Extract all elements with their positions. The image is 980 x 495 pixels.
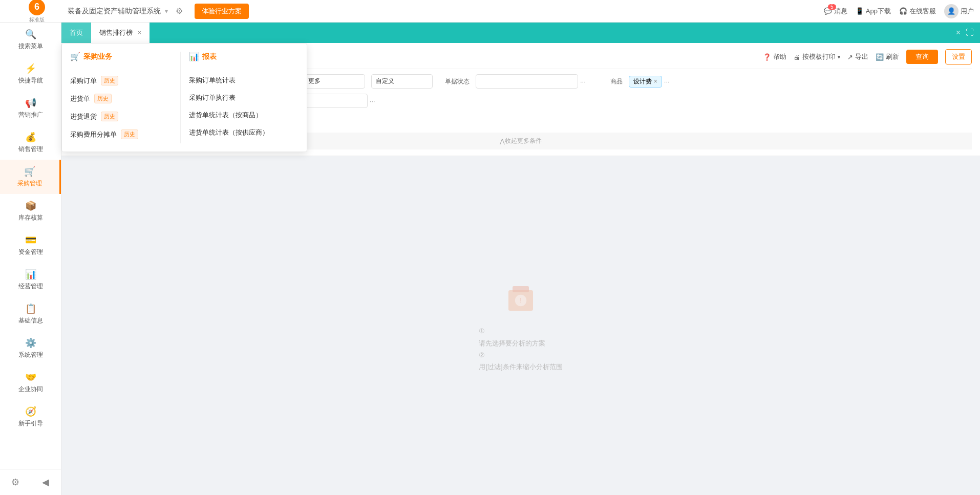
- top-right-area: 💬 5 消息 📱 App下载 🎧 在线客服 👤 用户: [824, 4, 974, 18]
- system-title-text: 装备及固定资产辅助管理系统: [68, 7, 161, 16]
- inbound-stats-supplier-label: 进货单统计表（按供应商）: [189, 128, 269, 137]
- sidebar-settings-btn[interactable]: ⚙: [0, 474, 31, 491]
- dropdown-arrow-icon[interactable]: ▾: [165, 8, 168, 15]
- dropdown-item-purchase-order-exec[interactable]: 采购订单执行表: [189, 89, 299, 106]
- export-button[interactable]: ↗ 导出: [847, 52, 868, 61]
- app-download-item[interactable]: 📱 App下载: [856, 7, 891, 16]
- sidebar-label-marketing: 营销推广: [18, 111, 43, 119]
- sidebar-item-basic[interactable]: 📋 基础信息: [0, 297, 61, 331]
- sidebar-item-search[interactable]: 🔍 搜索菜单: [0, 23, 61, 57]
- tab-sales-rank[interactable]: 销售排行榜 ×: [91, 23, 150, 43]
- sidebar-item-marketing[interactable]: 📢 营销推广: [0, 91, 61, 125]
- system-settings-icon[interactable]: ⚙: [172, 4, 186, 18]
- sidebar-label-operation: 经营管理: [18, 282, 43, 291]
- sidebar-item-operation[interactable]: 📊 经营管理: [0, 263, 61, 297]
- dropdown-item-purchase-order-stats[interactable]: 采购订单统计表: [189, 72, 299, 89]
- inbound-stats-goods-label: 进货单统计表（按商品）: [189, 111, 262, 120]
- online-service-item[interactable]: 🎧 在线客服: [899, 7, 936, 16]
- online-service-label: 在线客服: [909, 7, 936, 16]
- purchase-order-label: 采购订单: [70, 76, 97, 85]
- industry-button[interactable]: 体验行业方案: [195, 4, 249, 19]
- purchase-order-exec-label: 采购订单执行表: [189, 93, 236, 102]
- tab-close-icon[interactable]: ×: [138, 29, 141, 36]
- status-input[interactable]: [476, 74, 578, 89]
- sidebar-label-sales: 销售管理: [18, 145, 43, 154]
- date-more[interactable]: 更多: [304, 74, 365, 89]
- help-button[interactable]: ❓ 帮助: [763, 52, 786, 61]
- date-custom[interactable]: 自定义: [371, 74, 433, 89]
- sidebar-label-inventory: 库存核算: [18, 213, 43, 222]
- goods-tag-close[interactable]: ×: [654, 78, 657, 85]
- empty-tip-1: ① 请先选择要分析的方案: [479, 325, 562, 349]
- template-print-label: 按模板打印: [802, 52, 836, 61]
- expense-label: 采购费用分摊单: [70, 130, 117, 139]
- sidebar-item-quick[interactable]: ⚡ 快捷导航: [0, 57, 61, 91]
- sidebar-item-sales[interactable]: 💰 销售管理: [0, 125, 61, 160]
- logo-area: 6 标准版: [6, 0, 68, 24]
- goods-wrapper: 设计费 × ···: [629, 76, 670, 88]
- search-button[interactable]: 查询: [906, 50, 938, 64]
- dropdown-item-return[interactable]: 进货退货 历史: [70, 107, 180, 125]
- money-icon: 💰: [25, 132, 36, 143]
- tab-sales-rank-label: 销售排行榜: [99, 28, 133, 37]
- user-item[interactable]: 👤 用户: [944, 4, 974, 18]
- sidebar-label-basic: 基础信息: [18, 316, 43, 325]
- help-label: 帮助: [773, 52, 786, 61]
- cart-icon: 🛒: [24, 166, 35, 177]
- sidebar-label-purchase: 采购管理: [17, 179, 42, 188]
- empty-tips: ① 请先选择要分析的方案 ② 用[过滤]条件来缩小分析范围: [479, 325, 562, 373]
- tab-fullscreen-icon[interactable]: ⛶: [966, 28, 974, 37]
- dropdown-item-purchase-order[interactable]: 采购订单 历史: [70, 72, 180, 90]
- gear-icon: ⚙️: [25, 337, 36, 349]
- megaphone-icon: 📢: [25, 97, 36, 109]
- help-icon: ❓: [763, 53, 771, 61]
- sidebar-label-enterprise: 企业协同: [18, 385, 43, 394]
- dropdown-col2-title: 📊 报表: [189, 52, 299, 66]
- tab-home[interactable]: 首页: [61, 23, 91, 43]
- sidebar-item-finance[interactable]: 💳 资金管理: [0, 228, 61, 263]
- svg-text:!: !: [520, 296, 522, 304]
- app-download-label: App下载: [866, 7, 891, 16]
- tab-close-all-icon[interactable]: ×: [956, 28, 961, 37]
- status-select-wrapper: ···: [476, 74, 586, 89]
- system-title-area: 装备及固定资产辅助管理系统 ▾ ⚙ 体验行业方案: [68, 4, 824, 19]
- status-label: 单据状态: [439, 77, 470, 86]
- sidebar-collapse-btn[interactable]: ◀: [31, 474, 61, 491]
- purchase-order-stats-label: 采购订单统计表: [189, 76, 236, 85]
- purchase-col-icon: 🛒: [70, 52, 80, 61]
- dropdown-item-expense[interactable]: 采购费用分摊单 历史: [70, 125, 180, 143]
- tabs-bar: 首页 销售排行榜 × × ⛶: [61, 23, 980, 43]
- lightning-icon: ⚡: [25, 63, 36, 74]
- message-icon-wrapper: 💬 5: [824, 7, 832, 15]
- sidebar-label-search: 搜索菜单: [18, 42, 43, 51]
- empty-state: ! ① 请先选择要分析的方案 ② 用[过滤]条件来缩小分析范围: [61, 156, 980, 495]
- message-item[interactable]: 💬 5 消息: [824, 7, 847, 16]
- user-label: 用户: [961, 7, 974, 16]
- export-label: 导出: [855, 52, 868, 61]
- dropdown-col2-label: 报表: [202, 52, 217, 61]
- tab-home-label: 首页: [70, 28, 83, 37]
- sidebar-item-enterprise[interactable]: 🤝 企业协同: [0, 365, 61, 400]
- dropdown-item-inbound-stats-goods[interactable]: 进货单统计表（按商品）: [189, 106, 299, 124]
- compass-icon: 🧭: [25, 406, 36, 417]
- headset-icon: 🎧: [899, 7, 907, 15]
- phone-icon: 📱: [856, 7, 864, 15]
- sidebar-item-purchase[interactable]: 🛒 采购管理: [0, 160, 61, 194]
- wallet-icon: 💳: [25, 234, 36, 246]
- sidebar-item-guide[interactable]: 🧭 新手引导: [0, 400, 61, 434]
- logo-subtitle: 标准版: [29, 16, 45, 24]
- tabs-right: × ⛶: [950, 23, 980, 43]
- sidebar-item-system[interactable]: ⚙️ 系统管理: [0, 331, 61, 365]
- sidebar-item-inventory[interactable]: 📦 库存核算: [0, 194, 61, 228]
- collapse-label: 收起更多条件: [505, 137, 542, 145]
- settings-button[interactable]: 设置: [945, 49, 972, 64]
- template-print-button[interactable]: 🖨 按模板打印 ▾: [794, 52, 840, 61]
- dropdown-item-inbound[interactable]: 进货单 历史: [70, 90, 180, 107]
- dropdown-item-inbound-stats-supplier[interactable]: 进货单统计表（按供应商）: [189, 124, 299, 141]
- goods-tag: 设计费 ×: [629, 76, 662, 88]
- search-icon: 🔍: [25, 29, 36, 40]
- refresh-button[interactable]: 🔄 刷新: [876, 52, 899, 61]
- report-col-icon: 📊: [189, 52, 199, 61]
- message-badge: 5: [828, 4, 836, 10]
- collapse-icon: ⋀: [500, 138, 505, 145]
